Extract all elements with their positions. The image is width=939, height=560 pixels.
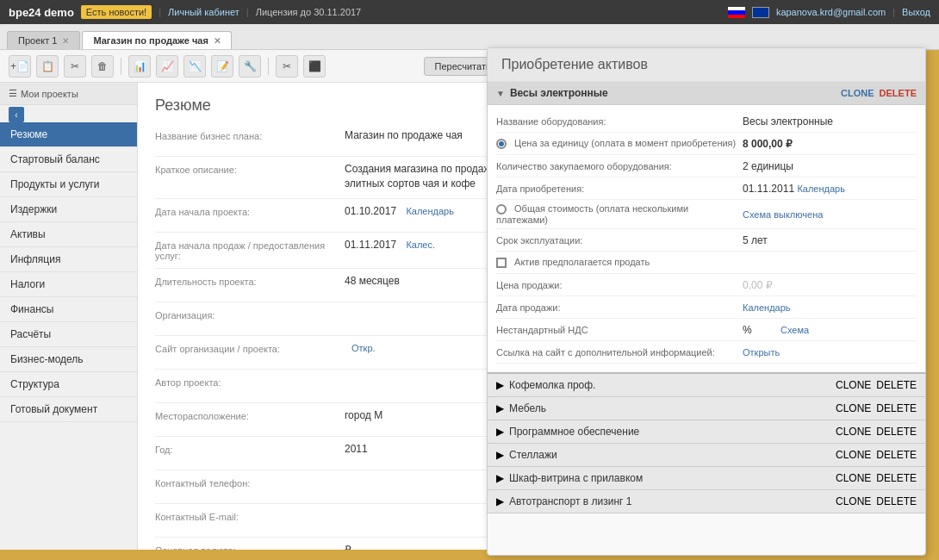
- toolbar-btn-8[interactable]: 📝: [211, 55, 233, 78]
- detail-label-date: Дата приобретения:: [496, 180, 737, 197]
- site-link[interactable]: Откр.: [351, 343, 376, 353]
- asset-row-2: ▶ Мебель CLONE DELETE: [488, 397, 925, 420]
- toolbar-btn-7[interactable]: 📉: [183, 55, 206, 78]
- detail-row-eq-name: Название оборудования: Весы электронные: [496, 110, 917, 133]
- toolbar-btn-5[interactable]: 📊: [128, 55, 151, 78]
- sidebar-item-assets-label: Активы: [10, 228, 46, 240]
- calendar-link-1[interactable]: Календарь: [797, 184, 845, 194]
- scheme-off-link[interactable]: Схема выключена: [743, 209, 823, 220]
- detail-row-total: Общая стоимость (оплата несколькими плат…: [496, 200, 917, 229]
- form-label-3: Дата начала продаж / предоставления услу…: [155, 238, 345, 261]
- toolbar-btn-1[interactable]: +📄: [9, 55, 31, 78]
- form-row-5: Организация:: [155, 308, 525, 328]
- url-open-link[interactable]: Открыть: [743, 347, 780, 358]
- toolbar-btn-10[interactable]: ✂: [276, 55, 298, 78]
- clone-btn-4[interactable]: CLONE: [836, 449, 871, 461]
- toolbar-btn-9[interactable]: 🔧: [239, 55, 261, 78]
- news-link[interactable]: Есть новости!: [81, 5, 152, 19]
- form-row-7: Автор проекта:: [155, 375, 525, 395]
- form-row-6: Сайт организации / проекта: Откр.: [155, 341, 525, 362]
- form-row-11: Контактный E-mail:: [155, 509, 525, 530]
- detail-value-sell-date: Календарь: [737, 298, 917, 317]
- hamburger-icon[interactable]: ☰: [9, 88, 17, 99]
- sep3: |: [892, 7, 895, 17]
- cabinet-link[interactable]: Личный кабинет: [168, 7, 239, 17]
- delete-btn-1[interactable]: DELETE: [876, 379, 917, 391]
- asset-row-5: ▶ Шкаф-витрина с прилавком CLONE DELETE: [488, 467, 925, 490]
- toolbar-sep2: [268, 58, 269, 75]
- toolbar-btn-4[interactable]: 🗑: [91, 55, 114, 78]
- delete-btn-3[interactable]: DELETE: [876, 426, 917, 438]
- asset-name-4: Стеллажи: [509, 449, 830, 461]
- sidebar-item-inflation[interactable]: Инфляция: [0, 247, 137, 272]
- expand-icon-0[interactable]: ▼: [496, 89, 505, 98]
- email-text: kapanova.krd@gmail.com: [776, 7, 886, 17]
- form-label-7: Автор проекта:: [155, 375, 345, 388]
- delete-btn-4[interactable]: DELETE: [876, 449, 917, 461]
- sidebar-item-bizmodel[interactable]: Бизнес-модель: [0, 347, 137, 372]
- sidebar: ☰ Мои проекты ‹ Резюме Стартовый баланс …: [0, 83, 138, 550]
- sidebar-item-resume[interactable]: Резюме: [0, 122, 137, 147]
- toolbar-btn-2[interactable]: 📋: [36, 55, 59, 78]
- clone-btn-6[interactable]: CLONE: [836, 495, 871, 507]
- clone-btn-0[interactable]: CLONE: [841, 88, 874, 98]
- delete-btn-5[interactable]: DELETE: [876, 472, 917, 484]
- sidebar-item-costs[interactable]: Издержки: [0, 197, 137, 222]
- clone-btn-5[interactable]: CLONE: [836, 472, 871, 484]
- flag-en[interactable]: [752, 7, 769, 18]
- sidebar-item-calc[interactable]: Расчёты: [0, 322, 137, 347]
- delete-btn-6[interactable]: DELETE: [876, 495, 917, 507]
- sidebar-item-resume-label: Резюме: [10, 128, 47, 140]
- sidebar-item-balance[interactable]: Стартовый баланс: [0, 147, 137, 172]
- sidebar-item-finance[interactable]: Финансы: [0, 297, 137, 322]
- brand-logo: bpe24 demo: [9, 6, 74, 19]
- detail-label-sell: Актив предполагается продать: [496, 253, 737, 271]
- top-bar: bpe24 demo Есть новости! | Личный кабине…: [0, 0, 939, 24]
- tab-tea-close[interactable]: ✕: [214, 36, 221, 46]
- flag-ru[interactable]: [728, 7, 745, 18]
- detail-label-url: Ссылка на сайт с дополнительной информац…: [496, 344, 737, 361]
- expand-icon-3[interactable]: ▶: [496, 426, 504, 438]
- detail-label-eq-name: Название оборудования:: [496, 113, 737, 130]
- form-label-1: Краткое описание:: [155, 162, 345, 175]
- sidebar-item-structure-label: Структура: [10, 378, 59, 390]
- sidebar-item-structure[interactable]: Структура: [0, 372, 137, 397]
- checkbox-sell[interactable]: [496, 258, 507, 268]
- sidebar-item-taxes[interactable]: Налоги: [0, 272, 137, 297]
- expand-icon-6[interactable]: ▶: [496, 495, 504, 507]
- detail-row-vat: Нестандартный НДС % Схема: [496, 319, 917, 341]
- toolbar-btn-11[interactable]: ⬛: [303, 55, 326, 78]
- tab-project1-close[interactable]: ✕: [62, 36, 69, 46]
- delete-btn-0[interactable]: DELETE: [880, 88, 917, 98]
- expand-icon-1[interactable]: ▶: [496, 379, 504, 391]
- expand-icon-2[interactable]: ▶: [496, 402, 504, 414]
- vat-scheme-link[interactable]: Схема: [780, 325, 809, 335]
- radio-total[interactable]: [496, 204, 507, 215]
- radio-price-unit[interactable]: [496, 139, 507, 149]
- form-label-5: Организация:: [155, 308, 345, 320]
- expand-icon-5[interactable]: ▶: [496, 472, 504, 484]
- date-link-2[interactable]: Калеc.: [406, 240, 435, 250]
- sidebar-collapse-btn[interactable]: ‹: [9, 107, 24, 122]
- clone-btn-1[interactable]: CLONE: [836, 379, 871, 391]
- sidebar-item-inflation-label: Инфляция: [10, 253, 60, 265]
- form-label-2: Дата начала проекта:: [155, 204, 345, 217]
- toolbar-sep1: [121, 58, 121, 75]
- tab-tea[interactable]: Магазин по продаже чая ✕: [82, 31, 231, 49]
- logout-link[interactable]: Выход: [902, 7, 930, 17]
- detail-label-price-unit: Цена за единицу (оплата в момент приобре…: [496, 134, 737, 152]
- tab-project1[interactable]: Проект 1 ✕: [7, 31, 80, 49]
- form-label-4: Длительность проекта:: [155, 274, 345, 287]
- sidebar-item-products[interactable]: Продукты и услуги: [0, 172, 137, 197]
- delete-btn-2[interactable]: DELETE: [876, 402, 917, 414]
- sidebar-item-document[interactable]: Готовый документ: [0, 397, 137, 422]
- sidebar-item-assets[interactable]: Активы: [0, 222, 137, 247]
- expand-icon-4[interactable]: ▶: [496, 449, 504, 461]
- toolbar-btn-3[interactable]: ✂: [64, 55, 86, 78]
- date-link-1[interactable]: Календарь: [406, 206, 454, 216]
- detail-value-lifetime: 5 лет: [737, 231, 917, 250]
- toolbar-btn-6[interactable]: 📈: [156, 55, 178, 78]
- calendar-link-sell[interactable]: Календарь: [743, 302, 791, 313]
- clone-btn-2[interactable]: CLONE: [836, 402, 871, 414]
- clone-btn-3[interactable]: CLONE: [836, 426, 871, 438]
